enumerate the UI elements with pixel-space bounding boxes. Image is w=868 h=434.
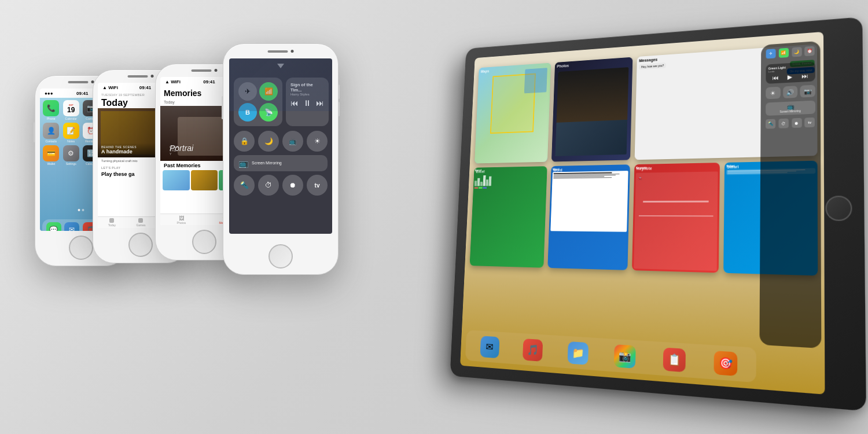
ipad-cp-brightness-btn[interactable]: ☀ (766, 87, 780, 100)
phone4-vol-up[interactable] (338, 84, 340, 99)
photos-dock-icon: 📸 (619, 349, 631, 363)
cc-airplay-icon: 📺 (238, 159, 248, 168)
phone2-home-button[interactable] (128, 233, 153, 257)
ipad-card-word[interactable]: Word Word (547, 164, 630, 270)
today-tab-icon (109, 218, 114, 223)
tab-photos[interactable]: 🖼 Photos (177, 215, 186, 225)
memory-thumb-2[interactable] (191, 170, 218, 190)
ipad-app-switcher: Maps Photos (460, 32, 825, 395)
contacts-app-icon[interactable]: 👤 (43, 123, 59, 139)
ipad-control-panel: ✈ 📶 🌙 ⏰ Green Light Lorde ⏮ ▶ (759, 41, 821, 348)
app-cell-phone[interactable]: 📞 Phone (42, 100, 60, 120)
page-dot-2 (82, 209, 84, 211)
ipad-cp-tv-btn[interactable]: tv (805, 117, 815, 127)
photos-tab-label: Photos (177, 221, 186, 225)
cc-night-mode-btn[interactable]: 🌙 (258, 131, 279, 152)
phone4-power-btn[interactable] (222, 96, 223, 119)
time-display: 09:41 (76, 91, 88, 96)
cc-row-2: 🔒 🌙 📺 ☀ (229, 131, 332, 152)
ipad-card-excel[interactable]: Excel (470, 166, 547, 268)
ipad-card-maps[interactable]: Maps (475, 63, 551, 164)
app-cell-wallet[interactable]: 💳 Wallet (42, 145, 60, 165)
phone1-power-btn[interactable] (34, 122, 35, 142)
ipad-container: Maps Photos (434, 29, 851, 388)
phone-app-icon[interactable]: 📞 (43, 100, 59, 116)
phone4-screen: ✈ 📶 B 📡 Sign of the Tim... Harry Styles … (229, 58, 332, 234)
camera-dot-2 (150, 75, 153, 78)
ipad-home-button[interactable] (825, 196, 852, 221)
ipad-cp-next-btn[interactable]: ⏭ (802, 73, 808, 80)
phone1-home-button[interactable] (69, 236, 93, 260)
phone-app-label: Phone (47, 117, 55, 120)
ipad-cp-play-btn[interactable]: ▶ (788, 73, 793, 80)
cc-flashlight-btn[interactable]: 🔦 (234, 175, 255, 196)
ipad-cp-row-1: ✈ 📶 🌙 ⏰ (766, 46, 815, 58)
dock-messages-icon[interactable]: 💬 (46, 222, 61, 231)
dock-app-files[interactable]: 📁 (567, 341, 589, 365)
memory-thumb-1[interactable] (163, 170, 190, 190)
ipad-card-photos[interactable]: Photos (551, 57, 632, 161)
ipad-screen-area: Maps Photos (460, 32, 825, 395)
camera-dot-3 (215, 69, 218, 72)
cc-timer-btn[interactable]: ⏱ (258, 175, 279, 196)
dock-app-music[interactable]: 🎵 (523, 339, 543, 362)
cc-brightness-btn[interactable]: ☀ (307, 131, 328, 152)
speaker-grill-2 (127, 75, 148, 78)
app-cell-settings[interactable]: ⚙ Settings (62, 145, 80, 165)
games-tab-label: Games (136, 223, 145, 227)
ipad-cp-wifi-btn[interactable]: 📶 (779, 48, 789, 58)
phone3-home-button[interactable] (192, 230, 216, 254)
safari-card-label: Safari (727, 164, 738, 169)
signal-indicator: ●●● (45, 91, 53, 96)
ipad-cp-volume-btn[interactable]: 🔊 (783, 86, 798, 98)
ipad-cp-music-controls: ⏮ ▶ ⏭ (768, 72, 813, 82)
wallet-app-label: Wallet (47, 162, 55, 165)
ipad-cp-row-2: ☀ 🔊 📷 (766, 85, 815, 100)
ipad-cp-music-widget: Green Light Lorde ⏮ ▶ ⏭ (766, 61, 815, 84)
contacts-app-label: Contacts (45, 139, 57, 143)
files-dock-icon: 📁 (572, 346, 584, 360)
mail-dock-icon: ✉ (486, 340, 494, 353)
page-indicator (78, 209, 84, 211)
app-cell-calendar[interactable]: SEP 19 Calendar (62, 100, 80, 120)
notes-app-icon[interactable]: 📝 (63, 123, 79, 139)
dock-app-mail[interactable]: ✉ (480, 336, 499, 358)
ipad-cp-airplane-btn[interactable]: ✈ (766, 49, 776, 58)
calendar-app-icon[interactable]: SEP 19 (63, 100, 79, 116)
cc-screen-mirror-section: 📺 Screen Mirroring (229, 155, 332, 171)
cc-lock-rotation-btn[interactable]: 🔒 (234, 131, 255, 152)
word-card-label: Word (553, 168, 562, 172)
tab-today[interactable]: Today (108, 218, 116, 227)
ipad-cp-moon-btn[interactable]: 🌙 (792, 47, 801, 57)
keynote-card-label: Keynote (637, 166, 652, 170)
dock-app-keynote[interactable]: 📋 (663, 347, 685, 372)
ipad-cp-prev-btn[interactable]: ⏮ (773, 74, 779, 81)
phone4-vol-down[interactable] (338, 102, 340, 116)
ipad-card-keynote[interactable]: Keynote 🚗 Keynote (632, 163, 720, 273)
dock-app-omnifocus[interactable]: 🎯 (714, 351, 738, 376)
maps-card-label: Maps (481, 69, 490, 73)
page-dot-1 (78, 209, 80, 211)
settings-app-label: Settings (66, 162, 76, 165)
cc-appletv-btn[interactable]: tv (307, 175, 328, 196)
ipad-cp-camera-btn[interactable]: 📷 (800, 85, 815, 98)
tab-games[interactable]: Games (136, 218, 145, 227)
dock-app-photos[interactable]: 📸 (614, 344, 636, 369)
ipad-cp-timer-btn[interactable]: ⏱ (778, 119, 788, 128)
settings-app-icon[interactable]: ⚙ (63, 145, 79, 161)
app-cell-notes[interactable]: 📝 Notes (62, 123, 80, 143)
photos-tab-icon: 🖼 (179, 215, 184, 221)
ipad-cp-record-btn[interactable]: ⏺ (792, 118, 802, 128)
app-cell-contacts[interactable]: 👤 Contacts (42, 123, 60, 143)
phone3-signal: ▲ WiFi (165, 79, 181, 84)
dock-mail-icon[interactable]: ✉ (64, 222, 79, 231)
ipad-cp-alarm-btn[interactable]: ⏰ (804, 46, 815, 57)
phone3-time: 09:41 (203, 79, 215, 84)
cc-screen-record-btn[interactable]: ⏺ (282, 175, 303, 196)
ipad-body: Maps Photos (450, 17, 866, 411)
ipad-cp-flashlight-btn[interactable]: 🔦 (766, 119, 775, 129)
iphone-4-control-center: ✈ 📶 B 📡 Sign of the Tim... Harry Styles … (223, 43, 339, 275)
phone4-home-button[interactable] (269, 244, 293, 269)
wallet-app-icon[interactable]: 💳 (43, 145, 59, 161)
cc-screen-mirroring-btn[interactable]: 📺 (282, 131, 303, 152)
